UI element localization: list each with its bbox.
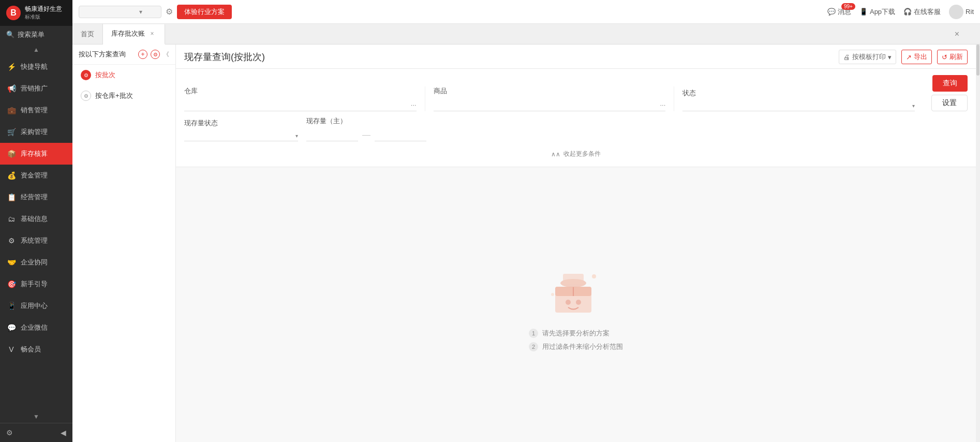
- sidebar-search[interactable]: 🔍 搜索菜单: [0, 26, 72, 43]
- purchase-icon: 🛒: [6, 127, 17, 137]
- sidebar-item-label: 资金管理: [21, 171, 48, 180]
- product-input[interactable]: [434, 101, 660, 109]
- panel-header-label: 按以下方案查询: [79, 50, 126, 59]
- sidebar-item-label: 库存核算: [21, 149, 48, 158]
- collapse-up-icon: ∧∧: [551, 151, 560, 158]
- panel-header: 按以下方案查询 + ⚙ 《: [72, 45, 175, 65]
- page-content: 按以下方案查询 + ⚙ 《 ⚙ 按批次 ⚙ 按仓库+批次: [72, 45, 980, 442]
- tabs-close-button[interactable]: ×: [955, 30, 959, 39]
- svg-rect-6: [563, 274, 584, 284]
- print-chevron-icon: ▾: [888, 53, 892, 61]
- online-service-label: 在线客服: [914, 7, 941, 17]
- qty-to-input[interactable]: [375, 129, 426, 141]
- query-button[interactable]: 查询: [932, 75, 968, 92]
- system-icon: ⚙: [6, 235, 17, 246]
- topbar-gear-icon[interactable]: ⚙: [166, 7, 173, 17]
- username-label: Rit: [966, 8, 974, 16]
- warehouse-dots[interactable]: ···: [411, 101, 417, 109]
- panel-actions: + ⚙ 《: [138, 50, 169, 59]
- app-download-button[interactable]: 📱 App下载: [859, 7, 895, 17]
- tab-close-icon[interactable]: ×: [148, 30, 156, 38]
- sidebar-item-system[interactable]: ⚙ 系统管理: [0, 230, 72, 252]
- main-area: ▾ ⚙ 体验行业方案 💬 消息 99+ 📱 App下载 🎧 在线客服 Rit: [72, 0, 980, 442]
- topbar-search-box[interactable]: ▾: [79, 6, 161, 18]
- export-button[interactable]: ↗ 导出: [901, 50, 932, 64]
- panel-settings-icon[interactable]: ⚙: [151, 50, 160, 59]
- chevron-down-icon[interactable]: ▾: [139, 8, 142, 16]
- plan-icon-batch: ⚙: [81, 70, 91, 80]
- status-select[interactable]: ▾: [682, 101, 915, 111]
- plan-item-warehouse-batch[interactable]: ⚙ 按仓库+批次: [72, 85, 175, 106]
- app-logo: B: [6, 6, 21, 20]
- svg-point-3: [566, 300, 571, 305]
- product-dots[interactable]: ···: [660, 101, 666, 109]
- plan-label: 按仓库+批次: [95, 91, 133, 100]
- refresh-button[interactable]: ↺ 刷新: [937, 50, 968, 64]
- sidebar-item-appcenter[interactable]: 📱 应用中心: [0, 295, 72, 317]
- qty-range-field: 现存量（主） —: [306, 116, 968, 141]
- sidebar-settings-icon[interactable]: ⚙: [6, 429, 13, 437]
- sidebar-scroll-down[interactable]: ▼: [0, 410, 72, 423]
- empty-tips: 1 请先选择要分析的方案 2 用过滤条件来缩小分析范围: [529, 329, 623, 351]
- sidebar-item-operations[interactable]: 📋 经营管理: [0, 186, 72, 208]
- search-input[interactable]: [84, 8, 136, 16]
- sidebar-nav: ⚡ 快捷导航 📢 营销推广 💼 销售管理 🛒 采购管理 📦 库存核算 💰 资金管…: [0, 56, 72, 410]
- empty-illustration: [545, 258, 607, 320]
- panel-collapse-icon[interactable]: 《: [163, 50, 169, 59]
- plan-label: 按批次: [95, 70, 115, 80]
- left-panel: 按以下方案查询 + ⚙ 《 ⚙ 按批次 ⚙ 按仓库+批次: [72, 45, 176, 442]
- sidebar-item-quicknav[interactable]: ⚡ 快捷导航: [0, 56, 72, 78]
- empty-tip-2: 2 用过滤条件来缩小分析范围: [529, 342, 623, 351]
- right-scrollbar[interactable]: [976, 45, 980, 442]
- collapse-more-button[interactable]: ∧∧ 收起更多条件: [184, 145, 968, 160]
- sidebar-item-finance[interactable]: 💰 资金管理: [0, 165, 72, 186]
- svg-point-7: [592, 274, 596, 278]
- sidebar-item-collab[interactable]: 🤝 企业协同: [0, 252, 72, 273]
- status-field: 状态 ▾: [682, 89, 923, 111]
- app-info: 畅康通好生意 标准版: [25, 5, 62, 21]
- print-button[interactable]: 🖨 按模板打印 ▾: [839, 50, 896, 64]
- sidebar-collapse-icon[interactable]: ◀: [61, 429, 66, 437]
- sidebar-item-label: 基础信息: [21, 214, 48, 224]
- sidebar-item-label: 快捷导航: [21, 62, 48, 71]
- print-icon: 🖨: [843, 53, 850, 61]
- online-service-button[interactable]: 🎧 在线客服: [903, 7, 941, 17]
- plan-item-batch[interactable]: ⚙ 按批次: [72, 65, 175, 85]
- search-icon: 🔍: [6, 31, 14, 38]
- inv-status-chevron-icon: ▾: [295, 133, 298, 139]
- tab-home[interactable]: 首页: [72, 24, 103, 44]
- sidebar-item-marketing[interactable]: 📢 营销推广: [0, 78, 72, 99]
- sidebar-item-inventory[interactable]: 📦 库存核算: [0, 143, 72, 165]
- inventory-status-select[interactable]: ▾: [184, 131, 298, 141]
- right-content: 现存量查询(按批次) 🖨 按模板打印 ▾ ↗ 导出 ↺: [176, 45, 976, 442]
- filter-settings-button[interactable]: 设置: [931, 95, 968, 111]
- basics-icon: 🗂: [6, 214, 17, 224]
- sidebar-item-label: 采购管理: [21, 127, 48, 137]
- finance-icon: 💰: [6, 170, 17, 181]
- empty-state: 1 请先选择要分析的方案 2 用过滤条件来缩小分析范围: [176, 167, 976, 442]
- qty-from-input[interactable]: [306, 129, 358, 141]
- panel-add-icon[interactable]: +: [138, 50, 147, 59]
- sidebar-item-corpwechat[interactable]: 💬 企业微信: [0, 317, 72, 338]
- messages-button[interactable]: 💬 消息 99+: [827, 7, 851, 17]
- user-avatar[interactable]: Rit: [949, 5, 974, 19]
- sidebar-item-sales[interactable]: 💼 销售管理: [0, 99, 72, 121]
- tip-1-text: 请先选择要分析的方案: [542, 329, 610, 338]
- sidebar-scroll-up[interactable]: ▲: [0, 43, 72, 56]
- trial-button[interactable]: 体验行业方案: [177, 5, 232, 19]
- sidebar-item-basics[interactable]: 🗂 基础信息: [0, 208, 72, 230]
- product-field: 商品 ···: [434, 86, 675, 111]
- sidebar-item-label: 企业微信: [21, 323, 48, 332]
- sidebar-item-label: 应用中心: [21, 301, 48, 311]
- sidebar-item-member[interactable]: V 畅会员: [0, 338, 72, 360]
- empty-tip-1: 1 请先选择要分析的方案: [529, 329, 623, 338]
- sidebar-item-purchase[interactable]: 🛒 采购管理: [0, 121, 72, 143]
- inventory-icon: 📦: [6, 149, 17, 159]
- warehouse-field: 仓库 ···: [184, 86, 425, 111]
- sidebar-item-newguide[interactable]: 🎯 新手引导: [0, 273, 72, 295]
- appcenter-icon: 📱: [6, 301, 17, 311]
- warehouse-input[interactable]: [184, 101, 411, 109]
- sidebar-header: B 畅康通好生意 标准版: [0, 0, 72, 26]
- tab-inventory-batch[interactable]: 库存批次账 ×: [103, 24, 165, 45]
- action-col: 查询 设置: [931, 75, 968, 111]
